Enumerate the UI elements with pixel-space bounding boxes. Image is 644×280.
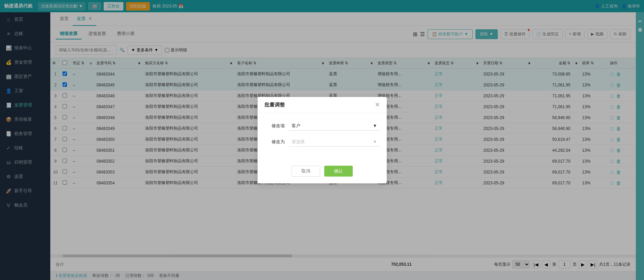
modal-body: 修改项 客户 ▼ 修改为 请选择 ▼ [258,113,387,162]
chevron-down-icon: ▼ [373,139,377,144]
chevron-down-icon: ▼ [373,123,377,128]
modal-close-btn[interactable]: ✕ [375,102,380,108]
modal-overlay: 批量调整 ✕ 修改项 客户 ▼ 修改为 请选择 ▼ 取消 确认 [0,0,644,280]
cancel-button[interactable]: 取消 [292,166,320,177]
modify-value-label: 修改为 [264,139,285,145]
modal-footer: 取消 确认 [258,162,387,183]
modify-value-selector[interactable]: 请选择 ▼ [289,137,380,147]
modal-header: 批量调整 ✕ [258,97,387,113]
modify-field-row: 修改项 客户 ▼ [264,121,380,131]
confirm-button[interactable]: 确认 [324,166,353,177]
modify-value-row: 修改为 请选择 ▼ [264,137,380,147]
modify-field-selector[interactable]: 客户 ▼ [289,121,380,131]
modal-title: 批量调整 [264,102,285,108]
batch-adjust-modal: 批量调整 ✕ 修改项 客户 ▼ 修改为 请选择 ▼ 取消 确认 [258,97,387,183]
modify-field-label: 修改项 [264,123,285,129]
